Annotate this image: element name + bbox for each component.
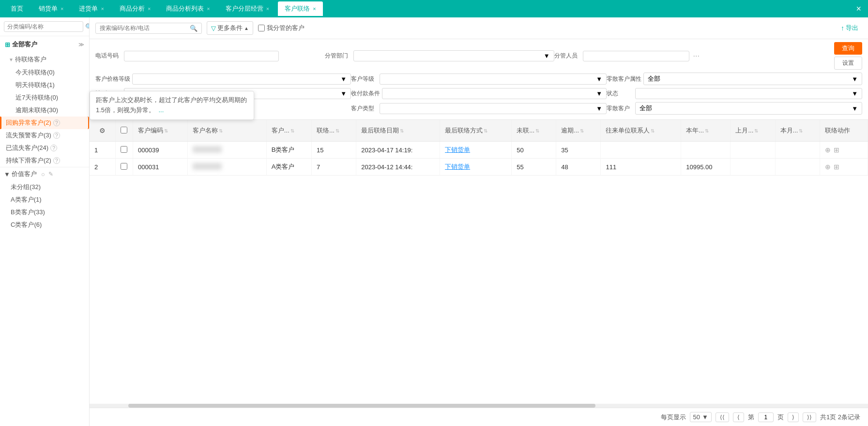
customer-type-select[interactable]: ▼ (380, 103, 607, 114)
window-close-button[interactable]: × (853, 4, 864, 14)
more-conditions-button[interactable]: ▽ 更多条件 ▲ (207, 21, 253, 35)
analysis-list-label: 商品分析列表 (166, 4, 204, 13)
tooltip-popup: 距客户上次交易时长，超过了此客户的平均交易周期的1.5倍，则视为异常。 ... (90, 91, 254, 120)
prev-page-button[interactable]: ⟨ (733, 412, 744, 422)
status-select[interactable]: ▼ (635, 88, 862, 99)
pending-group-header[interactable]: ▼ 待联络客户 (5, 53, 89, 66)
status-caret-icon: ▼ (852, 90, 858, 97)
nav-tab-home[interactable]: 首页 (4, 1, 30, 16)
price-level-select[interactable]: ▼ (132, 73, 351, 85)
td-last-date-1: 2023-04-17 14:19: (356, 142, 440, 159)
all-customers-header[interactable]: ⊞ 全部客户 ≫ (0, 36, 89, 53)
pending-group: ▼ 待联络客户 今天待联络(0) 明天待联络(1) 近7天待联络(0) 逾期未联… (0, 53, 89, 117)
customer-name-1 (193, 146, 222, 153)
column-settings-button[interactable]: ⚙ (94, 124, 110, 137)
grid-action-icon-1[interactable]: ⊞ (834, 146, 839, 154)
active-bar (0, 117, 1, 129)
close-icon-analysis-list[interactable]: × (207, 6, 210, 12)
value-clients-header[interactable]: ▼ 价值客户 ○ ✎ (0, 167, 89, 181)
search-input-wrap: 🔍 (95, 23, 202, 34)
nav-tab-sales[interactable]: 销货单 × (32, 1, 70, 16)
customers-table: ⚙ 客户编码 ⇅ 客户名称 (90, 120, 868, 176)
close-icon-purchase[interactable]: × (101, 6, 104, 12)
table-header-row: ⚙ 客户编码 ⇅ 客户名称 (90, 120, 868, 142)
last-page-button[interactable]: ⟩⟩ (803, 412, 816, 422)
sidebar-item-class-a[interactable]: A类客户(1) (0, 193, 89, 206)
last-way-link-2[interactable]: 下销货单 (445, 163, 470, 170)
my-customers-checkbox[interactable] (258, 25, 265, 31)
td-no-2: 2 (90, 159, 116, 176)
nav-tab-purchase[interactable]: 进货单 × (72, 1, 110, 16)
td-this-year-1 (681, 142, 731, 159)
page-size-select[interactable]: 50 ▼ (690, 412, 712, 422)
sidebar-item-tomorrow-pending[interactable]: 明天待联络(1) (5, 79, 89, 91)
retail-attr-select[interactable]: 全部 ▼ (643, 73, 862, 85)
query-button[interactable]: 查询 (834, 42, 862, 55)
my-customers-checkbox-label[interactable]: 我分管的客户 (258, 24, 305, 32)
retail-customer-select[interactable]: 全部 ▼ (635, 102, 862, 115)
sidebar-item-class-c[interactable]: C类客户(6) (0, 219, 89, 231)
customer-level-select[interactable]: ▼ (380, 73, 607, 85)
close-icon-sales[interactable]: × (61, 6, 63, 12)
value-clients-edit-icon[interactable]: ✎ (48, 171, 53, 177)
search-icon[interactable]: 🔍 (190, 25, 198, 32)
export-button[interactable]: ↑ 导出 (837, 22, 862, 34)
manager-input[interactable] (583, 51, 689, 61)
sort-icon-overdue: ⇅ (580, 128, 584, 133)
nav-tab-analysis-list[interactable]: 商品分析列表 × (159, 1, 216, 16)
sidebar-search-icon[interactable]: 🔍 (85, 23, 90, 30)
next-page-button[interactable]: ⟩ (788, 412, 799, 422)
select-all-checkbox[interactable] (121, 127, 127, 133)
tomorrow-pending-label: 明天待联络(1) (15, 81, 55, 89)
nav-tab-customer-mgmt[interactable]: 客户分层经营 × (219, 1, 276, 16)
th-type: 客户... ⇅ (266, 120, 311, 142)
adv-cell-retail-customer: 零散客户 全部 ▼ (607, 102, 862, 115)
sidebar-item-declining[interactable]: 持续下滑客户(2) ? (0, 154, 89, 167)
sidebar-item-lost-warning[interactable]: 流失预警客户(3) ? (0, 129, 89, 142)
row2-checkbox[interactable] (121, 163, 127, 170)
sidebar-item-7days-pending[interactable]: 近7天待联络(0) (5, 91, 89, 104)
th-company-contact: 往来单位联系人 ⇅ (601, 120, 681, 142)
manager-more-icon[interactable]: ··· (691, 52, 701, 60)
page-number-input[interactable] (758, 412, 774, 422)
first-page-button[interactable]: ⟨⟨ (716, 412, 729, 422)
value-clients-section: ▼ 价值客户 ○ ✎ 未分组(32) A类客户(1) B类客户(33) C类客户… (0, 167, 89, 231)
value-clients-settings-icon[interactable]: ○ (41, 171, 45, 178)
link-icon-1[interactable]: ⊕ (825, 146, 831, 154)
grid-action-icon-2[interactable]: ⊞ (834, 163, 839, 171)
td-type-2: A类客户 (266, 159, 311, 176)
row1-checkbox[interactable] (121, 146, 127, 153)
retail-attr-caret-icon: ▼ (852, 75, 858, 83)
phone-input[interactable] (124, 51, 279, 61)
sidebar-item-already-lost[interactable]: 已流失客户(24) ? (0, 142, 89, 154)
link-icon-2[interactable]: ⊕ (825, 163, 831, 171)
search-input[interactable] (100, 25, 188, 31)
nav-tab-analysis[interactable]: 商品分析 × (113, 1, 157, 16)
horizontal-scrollbar[interactable] (90, 404, 868, 408)
td-last-way-1: 下销货单 (440, 142, 512, 159)
dept-select[interactable]: ▼ (353, 50, 554, 61)
table-wrap: ⚙ 客户编码 ⇅ 客户名称 (90, 120, 868, 404)
sidebar-search-area: 🔍 (0, 17, 89, 36)
close-icon-customer-contact[interactable]: × (313, 6, 316, 12)
sidebar-item-overdue-pending[interactable]: 逾期未联络(30) (5, 104, 89, 117)
scrollbar-thumb[interactable] (128, 404, 595, 408)
td-name-1 (187, 142, 266, 159)
sidebar-item-today-pending[interactable]: 今天待联络(0) (5, 66, 89, 79)
close-icon-customer-mgmt[interactable]: × (266, 6, 269, 12)
td-this-month-2 (775, 159, 820, 176)
total-label: 共1页 2条记录 (820, 413, 860, 422)
collapse-icon[interactable]: ≫ (78, 42, 84, 48)
sidebar-item-abnormal[interactable]: 回购异常客户(2) ? (0, 117, 89, 129)
nav-tab-customer-contact[interactable]: 客户联络 × (278, 1, 322, 16)
payment-select[interactable]: ▼ (382, 88, 607, 99)
purchase-label: 进货单 (79, 4, 98, 13)
last-way-link-1[interactable]: 下销货单 (445, 146, 470, 153)
td-name-2 (187, 159, 266, 176)
abnormal-label: 回购异常客户(2) (6, 118, 51, 127)
settings-button[interactable]: 设置 (834, 57, 862, 70)
sidebar-search-input[interactable] (4, 21, 83, 32)
close-icon-analysis[interactable]: × (148, 6, 151, 12)
sidebar-item-class-b[interactable]: B类客户(33) (0, 206, 89, 219)
sidebar-item-ungrouped[interactable]: 未分组(32) (0, 181, 89, 193)
